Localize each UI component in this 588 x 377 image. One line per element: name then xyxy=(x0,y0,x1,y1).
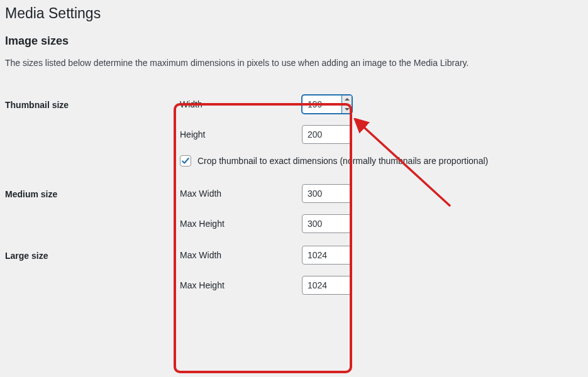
medium-heading: Medium size xyxy=(5,178,180,239)
medium-row: Medium size Max Width Max Height xyxy=(5,178,583,239)
thumbnail-row: Thumbnail size Width xyxy=(5,89,583,178)
medium-height-input[interactable] xyxy=(302,214,352,233)
thumbnail-crop-row: Crop thumbnail to exact dimensions (norm… xyxy=(180,155,577,167)
stepper-up-button[interactable] xyxy=(342,96,352,105)
medium-height-row: Max Height xyxy=(180,214,577,233)
check-icon xyxy=(181,156,190,165)
large-width-label: Max Width xyxy=(180,250,302,260)
large-width-row: Max Width xyxy=(180,246,577,265)
number-stepper xyxy=(342,95,352,114)
large-row: Large size Max Width Max Height xyxy=(5,239,583,301)
thumbnail-height-input[interactable] xyxy=(302,125,352,144)
stepper-down-button[interactable] xyxy=(342,105,352,114)
thumbnail-crop-label: Crop thumbnail to exact dimensions (norm… xyxy=(197,156,488,166)
large-width-input[interactable] xyxy=(302,246,352,265)
thumbnail-crop-checkbox[interactable] xyxy=(180,155,191,167)
page-title: Media Settings xyxy=(5,5,583,22)
medium-width-label: Max Width xyxy=(180,188,302,199)
thumbnail-height-label: Height xyxy=(180,129,302,139)
large-height-row: Max Height xyxy=(180,276,577,295)
thumbnail-height-row: Height xyxy=(180,125,577,144)
large-height-input[interactable] xyxy=(302,276,352,295)
medium-width-input[interactable] xyxy=(302,184,352,203)
thumbnail-width-input[interactable] xyxy=(302,95,342,114)
chevron-down-icon xyxy=(345,107,350,111)
thumbnail-heading: Thumbnail size xyxy=(5,89,180,178)
medium-width-row: Max Width xyxy=(180,184,577,203)
settings-form-table: Thumbnail size Width xyxy=(5,89,583,301)
section-description: The sizes listed below determine the max… xyxy=(5,57,583,70)
section-title: Image sizes xyxy=(5,35,583,48)
large-heading: Large size xyxy=(5,239,180,301)
large-height-label: Max Height xyxy=(180,280,302,290)
chevron-up-icon xyxy=(345,98,350,101)
thumbnail-width-label: Width xyxy=(180,99,302,109)
medium-height-label: Max Height xyxy=(180,219,302,229)
thumbnail-width-input-wrap xyxy=(302,95,352,114)
thumbnail-width-row: Width xyxy=(180,95,577,114)
